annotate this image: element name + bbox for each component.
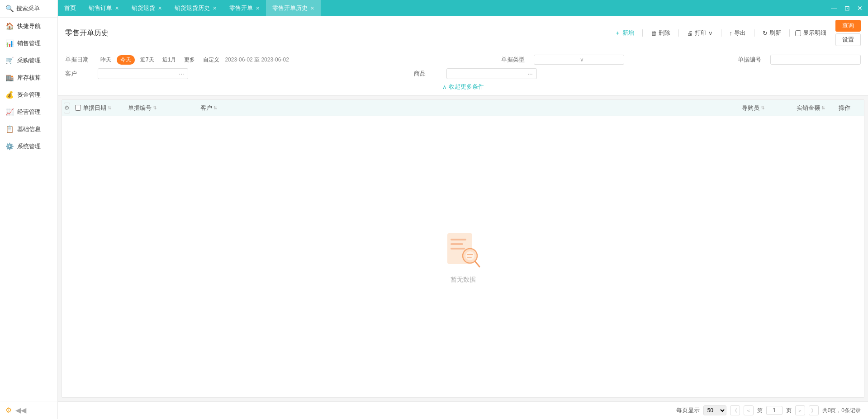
tab-retail-open-label: 零售开单 <box>229 4 253 12</box>
tab-sales-return-history-label: 销货退货历史 <box>175 4 210 12</box>
delete-button[interactable]: 🗑 删除 <box>648 28 673 38</box>
add-icon: ＋ <box>615 29 621 37</box>
sidebar-footer: ⚙ ◀◀ <box>0 401 57 419</box>
show-detail-checkbox[interactable] <box>795 30 801 36</box>
first-page-button[interactable]: 《 <box>730 405 740 415</box>
add-label: 新增 <box>622 29 634 37</box>
goods-input[interactable] <box>451 71 526 77</box>
date-more-btn[interactable]: 更多 <box>181 55 198 65</box>
page-size-select[interactable]: 10 20 50 100 <box>703 405 726 415</box>
tab-sales-return-history[interactable]: 销货退货历史 ✕ <box>168 0 223 16</box>
query-button[interactable]: 查询 <box>835 20 861 32</box>
tab-home[interactable]: 首页 <box>58 0 82 16</box>
th-customer-sort[interactable]: ⇅ <box>213 105 217 110</box>
sidebar-item-base-info[interactable]: 📋 基础信息 <box>0 121 57 138</box>
customer-input-wrap[interactable]: ··· <box>98 68 188 79</box>
sidebar-item-system[interactable]: ⚙️ 系统管理 <box>0 138 57 155</box>
goods-label: 商品 <box>414 70 439 78</box>
th-guide-label: 导购员 <box>742 104 759 112</box>
sidebar-collapse-icon[interactable]: ◀◀ <box>15 406 26 414</box>
sidebar-item-operation[interactable]: 📈 经营管理 <box>0 104 57 121</box>
close-window-icon[interactable]: ✕ <box>857 5 863 12</box>
doc-no-input[interactable] <box>774 56 857 63</box>
add-button[interactable]: ＋ 新增 <box>612 28 637 38</box>
export-label: 导出 <box>734 29 746 37</box>
th-date-label: 单据日期 <box>83 104 106 112</box>
tab-retail-history-close[interactable]: ✕ <box>310 5 314 11</box>
tab-sales-return-label: 销货退货 <box>132 4 155 12</box>
th-amount: 实销金额 ⇅ <box>783 104 829 112</box>
sidebar-search[interactable]: 🔍 搜索采单 <box>0 0 57 18</box>
th-customer: 客户 ⇅ <box>197 104 738 112</box>
th-sn: 单据编号 ⇅ <box>124 104 197 112</box>
show-detail-toggle[interactable]: 显示明细 <box>795 29 826 37</box>
settings-gear-icon[interactable]: ⚙ <box>5 406 12 414</box>
date-7days-btn[interactable]: 近7天 <box>138 55 157 65</box>
sidebar-item-purchase-mgmt[interactable]: 🛒 采购管理 <box>0 52 57 69</box>
goods-dots-btn[interactable]: ··· <box>527 70 533 77</box>
next-page-button[interactable]: ＞ <box>795 405 805 415</box>
sidebar-item-finance[interactable]: 💰 资金管理 <box>0 86 57 104</box>
filter-row-1: 单据日期 昨天 今天 近7天 近1月 更多 自定义 2023-06-02 至 2… <box>65 55 861 65</box>
sidebar-item-label: 销售管理 <box>17 39 41 47</box>
tab-retail-open[interactable]: 零售开单 ✕ <box>223 0 266 16</box>
print-arrow: ∨ <box>708 30 713 37</box>
chevron-down-icon: ∨ <box>580 56 620 63</box>
sidebar-item-inventory[interactable]: 🏬 库存核算 <box>0 69 57 86</box>
date-1month-btn[interactable]: 近1月 <box>160 55 179 65</box>
system-icon: ⚙️ <box>5 142 14 151</box>
sidebar-item-quick-nav[interactable]: 🏠 快捷导航 <box>0 18 57 35</box>
page-number-input[interactable] <box>766 406 783 415</box>
svg-point-5 <box>465 251 474 260</box>
tab-retail-open-close[interactable]: ✕ <box>256 5 260 11</box>
goods-input-wrap[interactable]: ··· <box>446 68 537 79</box>
minimize-icon[interactable]: — <box>831 5 837 12</box>
operation-icon: 📈 <box>5 108 14 116</box>
th-date: 单据日期 ⇅ <box>79 104 124 112</box>
show-detail-label: 显示明细 <box>803 29 826 37</box>
th-checkbox: ⚙ <box>66 103 79 113</box>
tab-sales-return[interactable]: 销货退货 ✕ <box>125 0 168 16</box>
sidebar-item-label: 采购管理 <box>17 56 41 65</box>
tab-sales-order-close[interactable]: ✕ <box>115 5 119 11</box>
customer-label: 客户 <box>65 70 90 78</box>
tab-sales-order[interactable]: 销售订单 ✕ <box>82 0 125 16</box>
doc-type-select[interactable]: ∨ <box>534 55 624 65</box>
date-range-text: 2023-06-02 至 2023-06-02 <box>225 56 289 64</box>
print-button[interactable]: 🖨 打印 ∨ <box>684 28 716 38</box>
refresh-button[interactable]: ↻ 刷新 <box>760 28 784 38</box>
table-config-button[interactable]: ⚙ <box>64 103 70 113</box>
settings-button[interactable]: 设置 <box>835 33 861 46</box>
th-amount-sort[interactable]: ⇅ <box>821 105 825 110</box>
th-date-sort[interactable]: ⇅ <box>108 105 111 110</box>
date-yesterday-btn[interactable]: 昨天 <box>98 55 114 65</box>
sidebar-search-label: 搜索采单 <box>16 5 40 13</box>
page-size-label: 每页显示 <box>676 406 700 414</box>
sidebar-item-sales-mgmt[interactable]: 📊 销售管理 <box>0 35 57 52</box>
th-sn-sort[interactable]: ⇅ <box>153 105 157 110</box>
divider-2 <box>678 29 679 37</box>
restore-icon[interactable]: ⊡ <box>844 5 850 12</box>
svg-rect-2 <box>451 243 463 245</box>
doc-no-input-wrap[interactable] <box>770 55 861 65</box>
tab-sales-return-history-close[interactable]: ✕ <box>213 5 217 11</box>
prev-page-button[interactable]: ＜ <box>744 405 754 415</box>
page-header: 零售开单历史 ＋ 新增 🗑 删除 🖨 打印 ∨ <box>58 16 868 50</box>
collapse-label: 收起更多条件 <box>449 83 484 91</box>
date-filter: 昨天 今天 近7天 近1月 更多 自定义 2023-06-02 至 2023-0… <box>98 55 289 65</box>
collapse-filter-btn[interactable]: ∧ 收起更多条件 <box>65 83 861 91</box>
tab-sales-return-close[interactable]: ✕ <box>158 5 162 11</box>
customer-dots-btn[interactable]: ··· <box>179 70 184 77</box>
svg-line-6 <box>475 261 479 267</box>
export-button[interactable]: ↑ 导出 <box>727 28 749 38</box>
date-filter-label: 单据日期 <box>65 56 90 64</box>
tab-retail-history[interactable]: 零售开单历史 ✕ <box>266 0 321 16</box>
last-page-button[interactable]: 》 <box>809 405 819 415</box>
sidebar-item-label: 库存核算 <box>17 74 41 82</box>
refresh-label: 刷新 <box>769 29 781 37</box>
th-sn-label: 单据编号 <box>128 104 152 112</box>
th-guide-sort[interactable]: ⇅ <box>761 105 764 110</box>
customer-input[interactable] <box>102 71 177 77</box>
date-today-btn[interactable]: 今天 <box>117 55 135 65</box>
date-custom-btn[interactable]: 自定义 <box>200 55 222 65</box>
